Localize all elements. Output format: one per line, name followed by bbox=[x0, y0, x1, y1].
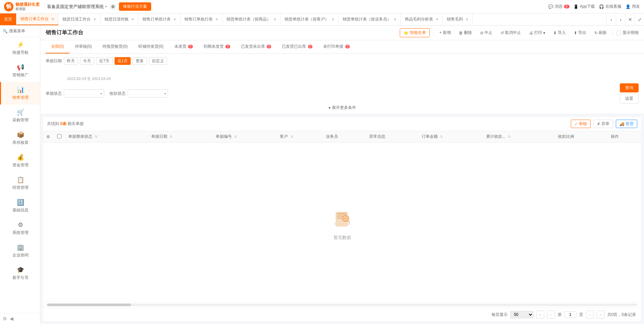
stop-btn[interactable]: ⊘ 中止 bbox=[477, 29, 495, 37]
tab-cash-match[interactable]: 钱货日清对账 ✕ bbox=[100, 13, 138, 25]
refresh-btn[interactable]: ↻ 刷新 bbox=[592, 29, 609, 37]
ship-btn[interactable]: 🚚 发货 bbox=[616, 120, 637, 128]
status-select[interactable] bbox=[64, 89, 104, 97]
date-btn-7days[interactable]: 近7天 bbox=[96, 57, 113, 65]
tab-close-all-btn[interactable]: ✕ bbox=[625, 13, 635, 26]
tab-fullscreen-btn[interactable]: ⤢ bbox=[635, 13, 644, 26]
tab-sales-exec[interactable]: 销售订单执行表 ✕ bbox=[180, 13, 222, 25]
export-btn[interactable]: ⬆ 导出 bbox=[571, 29, 589, 37]
tab-home[interactable]: 首页 bbox=[0, 13, 16, 25]
import-btn[interactable]: ⬇ 导入 bbox=[551, 29, 568, 37]
sidebar-item-guide[interactable]: 🎓 新手引导 bbox=[0, 262, 40, 285]
tab-sales-workbench[interactable]: 销售订单工作台 ✕ bbox=[16, 13, 58, 25]
delete-btn[interactable]: 🗑 删除 bbox=[456, 29, 475, 37]
sub-tab-not-printed[interactable]: 未打印单据 0 bbox=[318, 40, 355, 53]
sub-tab-shipped-out[interactable]: 已发货已出库 0 bbox=[276, 40, 318, 53]
new-btn[interactable]: + 新增 bbox=[437, 29, 454, 37]
sort-amount-icon[interactable]: ⇅ bbox=[440, 135, 443, 138]
tab-close-icon[interactable]: ✕ bbox=[131, 17, 134, 21]
query-btn[interactable]: 查询 bbox=[620, 83, 639, 92]
sort-status-icon[interactable]: ⇅ bbox=[95, 135, 97, 138]
search-menu-btn[interactable]: 🔍 搜索菜单 bbox=[0, 26, 40, 37]
sub-tab-expired[interactable]: 到期未发货 0 bbox=[198, 40, 235, 53]
user-menu-btn[interactable]: 👤 用友 bbox=[626, 4, 640, 9]
sidebar-item-purchase[interactable]: 🛒 采购管理 bbox=[0, 105, 40, 127]
sort-collected-icon[interactable]: ⇅ bbox=[508, 135, 511, 138]
dropdown-arrow-icon[interactable]: ▾ bbox=[105, 5, 107, 8]
tab-sales-stats[interactable]: 销售订单统计表 ✕ bbox=[138, 13, 180, 25]
industry-btn[interactable]: 体验行业方案 bbox=[119, 2, 151, 11]
sub-tab-pending-inspect[interactable]: 待拣货验货(0) bbox=[97, 40, 133, 53]
sub-tab-not-shipped[interactable]: 未发货 0 bbox=[169, 40, 198, 53]
date-btn-1month[interactable]: 近1月 bbox=[115, 57, 131, 65]
last-page-btn[interactable]: » bbox=[597, 311, 605, 319]
horizontal-scroll-bar[interactable] bbox=[43, 302, 641, 308]
cancel-review-btn[interactable]: ✗ 弃审 bbox=[593, 120, 613, 128]
prev-page-btn[interactable]: ‹ bbox=[547, 311, 555, 319]
sub-tab-shipped-not-out[interactable]: 已发货未出库 0 bbox=[235, 40, 277, 53]
sort-date-icon[interactable]: ⇅ bbox=[170, 135, 172, 138]
payment-select[interactable] bbox=[128, 89, 168, 97]
sidebar-item-marketing[interactable]: 📢 营销推广 bbox=[0, 59, 40, 82]
tab-close-icon[interactable]: ✕ bbox=[332, 17, 334, 21]
page-input[interactable] bbox=[564, 311, 576, 318]
tab-scroll-right-btn[interactable]: › bbox=[616, 13, 625, 26]
date-btn-more[interactable]: 更多 bbox=[133, 57, 147, 65]
next-page-btn[interactable]: › bbox=[586, 311, 594, 319]
sidebar-item-quicknav[interactable]: ⚡ 快捷导航 bbox=[0, 37, 40, 59]
tab-sales-prod[interactable]: 销货单统计表（按商品） ✕ bbox=[222, 13, 281, 25]
col-settings[interactable]: ⚙ bbox=[43, 131, 54, 143]
sub-tab-pending-review[interactable]: 待审核(0) bbox=[70, 40, 97, 53]
smart-gen-btn[interactable]: ⭐ 智能生单 bbox=[400, 28, 430, 37]
sidebar-item-ops[interactable]: 📋 经营管理 bbox=[0, 172, 40, 195]
message-btn[interactable]: 💬 消息 6 bbox=[548, 4, 569, 9]
sort-number-icon[interactable]: ⇅ bbox=[234, 135, 237, 138]
print-btn[interactable]: 🖨 打印 ▾ bbox=[526, 29, 548, 37]
tab-close-icon[interactable]: ✕ bbox=[394, 17, 396, 21]
tab-close-icon[interactable]: ✕ bbox=[173, 17, 176, 21]
page-size-select[interactable]: 50 10 20 100 bbox=[510, 311, 533, 318]
scroll-thumb[interactable] bbox=[47, 303, 131, 306]
date-btn-today[interactable]: 今天 bbox=[80, 57, 94, 65]
sidebar-item-corp[interactable]: 🏢 企业协同 bbox=[0, 240, 40, 262]
tab-cash-clear[interactable]: 钱货日清工作台 ✕ bbox=[58, 13, 100, 25]
sidebar-item-inventory[interactable]: 📦 库存核算 bbox=[0, 127, 40, 150]
date-btn-yesterday[interactable]: 昨天 bbox=[64, 57, 78, 65]
sidebar-finance-label: 资金管理 bbox=[12, 162, 29, 168]
sidebar-item-system[interactable]: ⚙ 系统管理 bbox=[0, 217, 40, 240]
tab-goods-profit[interactable]: 商品毛利分析表 ✕ bbox=[401, 13, 443, 25]
first-page-btn[interactable]: « bbox=[536, 311, 544, 319]
settings-icon[interactable]: ⚙ bbox=[110, 3, 116, 10]
count-value: 0条 bbox=[60, 121, 67, 126]
online-service-btn[interactable]: 🎧 在线客服 bbox=[599, 4, 621, 9]
expand-more-btn[interactable]: ▾ 展开更多条件 bbox=[46, 105, 639, 111]
base-icon: 🔠 bbox=[17, 199, 24, 206]
tab-sales-staff[interactable]: 销货单统计表（按业务员） ✕ bbox=[339, 13, 401, 25]
sidebar-item-finance[interactable]: 💰 资金管理 bbox=[0, 150, 40, 172]
sort-customer-icon[interactable]: ⇅ bbox=[291, 135, 293, 138]
sub-tab-wangpu[interactable]: 旺铺待发货(0) bbox=[133, 40, 169, 53]
tab-close-icon[interactable]: ✕ bbox=[273, 17, 276, 21]
user-label: 用友 bbox=[632, 4, 640, 9]
date-btn-custom[interactable]: 自定义 bbox=[149, 57, 167, 65]
review-btn[interactable]: ✓ 审核 bbox=[571, 120, 591, 128]
tab-close-icon[interactable]: ✕ bbox=[436, 17, 438, 21]
app-download-btn[interactable]: 📱 App下载 bbox=[573, 4, 595, 9]
tab-scroll-left-btn[interactable]: ‹ bbox=[606, 13, 616, 26]
tab-close-icon[interactable]: ✕ bbox=[93, 17, 96, 21]
show-detail-checkbox[interactable]: 显示明细 bbox=[616, 30, 639, 36]
filter-settings-btn[interactable]: 设置 bbox=[620, 94, 639, 104]
select-all-checkbox[interactable] bbox=[57, 134, 61, 138]
tab-close-icon[interactable]: ✕ bbox=[466, 17, 468, 21]
tab-close-icon[interactable]: ✕ bbox=[51, 17, 54, 21]
sidebar-collapse-btn[interactable]: ◀ bbox=[10, 316, 13, 321]
sub-tab-all[interactable]: 全部(0) bbox=[46, 40, 70, 53]
sidebar-settings-btn[interactable]: ⚙ bbox=[3, 316, 7, 321]
col-ratio: 收款比例 bbox=[555, 131, 607, 143]
tab-sales-gross[interactable]: 销售毛利 ✕ bbox=[443, 13, 473, 25]
sidebar-item-sales[interactable]: 📊 销售管理 bbox=[0, 82, 40, 105]
sidebar-item-base[interactable]: 🔠 基础信息 bbox=[0, 195, 40, 217]
tab-sales-cust[interactable]: 销货单统计表（按客户） ✕ bbox=[281, 13, 339, 25]
tab-close-icon[interactable]: ✕ bbox=[215, 17, 218, 21]
cancel-stop-btn[interactable]: ↺ 取消中止 bbox=[498, 29, 524, 37]
